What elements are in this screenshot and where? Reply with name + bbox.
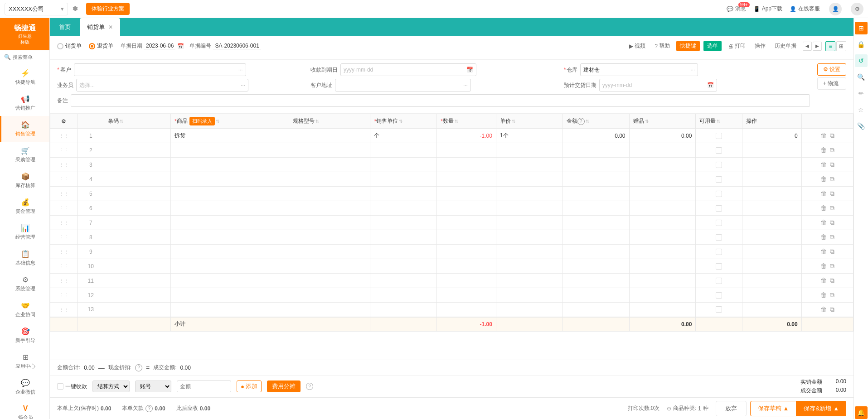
row-price[interactable] xyxy=(563,158,629,172)
customer-input[interactable]: ··· xyxy=(74,63,246,76)
delete-row-btn[interactable]: 🗑 xyxy=(820,203,828,212)
row-qty[interactable] xyxy=(437,274,496,288)
delete-row-btn[interactable]: 🗑 xyxy=(820,261,828,270)
row-qty[interactable] xyxy=(437,288,496,303)
row-qty[interactable] xyxy=(437,201,496,216)
account-select[interactable]: 账号 xyxy=(135,380,171,392)
delete-row-btn[interactable]: 🗑 xyxy=(820,145,828,154)
row-price[interactable] xyxy=(563,187,629,201)
copy-row-btn[interactable]: ⧉ xyxy=(829,189,835,198)
copy-row-btn[interactable]: ⧉ xyxy=(829,145,835,155)
sort-qty[interactable]: ⇅ xyxy=(455,119,458,124)
row-product[interactable] xyxy=(170,230,289,245)
row-barcode[interactable] xyxy=(104,274,171,288)
price-help-icon[interactable]: ? xyxy=(577,118,585,125)
sidebar-item-inventory[interactable]: 📦 库存核算 xyxy=(0,168,49,193)
row-barcode[interactable] xyxy=(104,303,171,317)
warehouse-input[interactable]: 建材仓 ··· xyxy=(580,63,698,76)
row-unit[interactable] xyxy=(370,245,437,259)
row-price[interactable] xyxy=(563,259,629,274)
rsp-alert-icon[interactable]: 🔔 xyxy=(855,406,868,419)
row-gift[interactable] xyxy=(696,172,742,187)
delete-row-btn[interactable]: 🗑 xyxy=(820,276,828,285)
sort-spec[interactable]: ⇅ xyxy=(315,119,319,124)
sidebar-search[interactable]: 🔍 搜索菜单 xyxy=(0,50,49,64)
table-scroll[interactable]: ⚙ 条码⇅ * 商品 扫码录入 xyxy=(50,114,853,360)
row-barcode[interactable] xyxy=(104,230,171,245)
payment-date-input[interactable]: yyyy-mm-dd 📅 xyxy=(340,63,476,76)
row-product[interactable] xyxy=(170,187,289,201)
expense-help-icon[interactable]: ? xyxy=(306,383,313,390)
user-settings-icon[interactable]: ⚙ xyxy=(851,3,863,15)
delete-row-btn[interactable]: 🗑 xyxy=(820,305,828,314)
row-barcode[interactable] xyxy=(104,158,171,172)
row-spec[interactable] xyxy=(289,129,370,143)
row-spec[interactable] xyxy=(289,216,370,230)
row-amount[interactable] xyxy=(629,274,696,288)
row-unit[interactable] xyxy=(370,259,437,274)
amount-input[interactable] xyxy=(177,380,231,392)
row-pkgqty[interactable] xyxy=(496,158,563,172)
gear-icon-btn[interactable] xyxy=(72,5,79,13)
row-price[interactable] xyxy=(563,201,629,216)
row-qty[interactable] xyxy=(437,230,496,245)
copy-row-btn[interactable]: ⧉ xyxy=(829,290,835,300)
row-pkgqty[interactable] xyxy=(496,187,563,201)
copy-row-btn[interactable]: ⧉ xyxy=(829,261,835,271)
row-barcode[interactable] xyxy=(104,201,171,216)
row-amount[interactable] xyxy=(629,143,696,158)
save-new-btn[interactable]: 保存&新增 ▲ xyxy=(796,401,846,416)
operation-btn[interactable]: 操作 xyxy=(752,41,768,51)
row-barcode[interactable] xyxy=(104,216,171,230)
row-pkgqty[interactable] xyxy=(496,201,563,216)
history-btn[interactable]: 历史单据 xyxy=(772,41,799,51)
message-btn[interactable]: 💬 消息 99+ xyxy=(727,5,746,13)
row-amount[interactable] xyxy=(629,245,696,259)
row-price[interactable]: 0.00 xyxy=(563,129,629,143)
delete-row-btn[interactable]: 🗑 xyxy=(820,131,828,140)
row-product[interactable] xyxy=(170,245,289,259)
row-amount[interactable] xyxy=(629,187,696,201)
online-service-btn[interactable]: 👤 在线客服 xyxy=(790,5,820,13)
row-spec[interactable] xyxy=(289,288,370,303)
row-gift[interactable] xyxy=(696,158,742,172)
row-pkgqty[interactable] xyxy=(496,143,563,158)
trial-btn[interactable]: 体验行业方案 xyxy=(86,3,130,15)
row-qty[interactable] xyxy=(437,245,496,259)
row-spec[interactable] xyxy=(289,201,370,216)
row-spec[interactable] xyxy=(289,245,370,259)
row-pkgqty[interactable] xyxy=(496,245,563,259)
row-product[interactable] xyxy=(170,288,289,303)
delete-row-btn[interactable]: 🗑 xyxy=(820,174,828,183)
row-pkgqty[interactable] xyxy=(496,172,563,187)
row-gift[interactable] xyxy=(696,303,742,317)
gift-checkbox[interactable] xyxy=(716,249,722,255)
copy-row-btn[interactable]: ⧉ xyxy=(829,160,835,169)
sidebar-item-system[interactable]: ⚙ 系统管理 xyxy=(0,271,49,297)
row-unit[interactable] xyxy=(370,230,437,245)
row-gift[interactable] xyxy=(696,259,742,274)
row-pkgqty[interactable] xyxy=(496,274,563,288)
gift-checkbox[interactable] xyxy=(716,147,722,154)
view-list-btn[interactable]: ≡ xyxy=(825,41,835,51)
row-unit[interactable] xyxy=(370,288,437,303)
row-gift[interactable] xyxy=(696,187,742,201)
row-spec[interactable] xyxy=(289,143,370,158)
row-product[interactable] xyxy=(170,143,289,158)
sidebar-item-basic[interactable]: 📋 基础信息 xyxy=(0,245,49,271)
rsp-main-icon[interactable]: ⊞ xyxy=(855,22,868,34)
rsp-refresh-icon[interactable]: ↺ xyxy=(855,54,868,67)
row-amount[interactable] xyxy=(629,216,696,230)
date-value[interactable]: 2023-06-06 xyxy=(144,43,175,49)
sidebar-item-quick-nav[interactable]: ⚡ 快捷导航 xyxy=(0,64,49,90)
row-price[interactable] xyxy=(563,303,629,317)
sidebar-item-fund[interactable]: 💰 资金管理 xyxy=(0,193,49,219)
sort-gift[interactable]: ⇅ xyxy=(717,119,720,124)
nav-next[interactable]: ▶ xyxy=(813,42,822,51)
sidebar-item-app-center[interactable]: ⊞ 应用中心 xyxy=(0,348,49,374)
copy-row-btn[interactable]: ⧉ xyxy=(829,174,835,184)
discount-help-icon[interactable]: ? xyxy=(135,364,142,371)
tab-sales-order[interactable]: 销货单 ✕ xyxy=(80,18,120,36)
row-unit[interactable] xyxy=(370,201,437,216)
row-pkgqty[interactable] xyxy=(496,288,563,303)
